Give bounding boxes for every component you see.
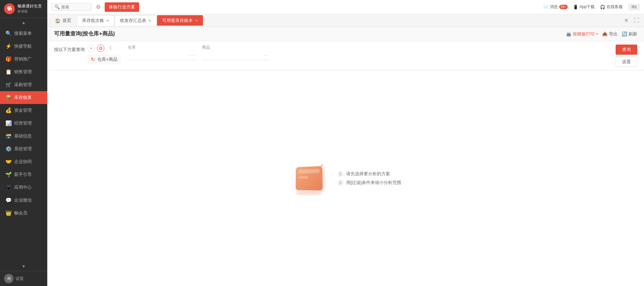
settings-button[interactable]: 设置	[616, 57, 637, 67]
sidebar-item-operations[interactable]: 📊经营管理	[0, 117, 47, 130]
export-button[interactable]: 📤 导出	[602, 31, 618, 37]
sidebar-subtitle: 标准版	[18, 9, 42, 14]
collapse-scheme-button[interactable]: 《	[106, 45, 112, 52]
scheme-item-warehouse-goods[interactable]: ↻ 仓库+商品	[87, 55, 121, 64]
tab-batch-account-close[interactable]: ✕	[106, 19, 109, 23]
trial-button[interactable]: 体验行业方案	[105, 2, 139, 12]
sidebar-label-enterprise: 企业协同	[14, 159, 32, 165]
sidebar-item-basic-info[interactable]: 🗃️基础信息	[0, 130, 47, 142]
tab-receipt-summary[interactable]: 收发存汇总表 ✕	[115, 15, 156, 26]
goods-input[interactable]	[202, 53, 263, 58]
print-icon: 🖨️	[566, 31, 571, 36]
tab-home[interactable]: 🏠 首页	[50, 15, 76, 26]
tip-number-2: 2	[337, 180, 343, 186]
sidebar-item-purchase-mgmt[interactable]: 🛒采购管理	[0, 78, 47, 91]
tab-home-label: 首页	[62, 18, 71, 24]
sidebar-label-system-mgmt: 系统管理	[14, 146, 32, 152]
sidebar-brand: 畅康通好生意 标准版	[18, 4, 42, 14]
tab-available-ledger-close[interactable]: ✕	[195, 19, 198, 23]
sidebar-title: 畅康通好生意	[18, 4, 42, 9]
chevron-down-icon: ▾	[596, 32, 598, 36]
topbar-right: ✉️ 消息 99+ 📱 App下载 🎧 在线客服 Rit	[543, 4, 640, 10]
warehouse-filter: 仓库 ···	[128, 45, 195, 60]
search-input[interactable]	[61, 5, 88, 9]
sidebar-icon-app-center: 📱	[5, 184, 11, 190]
sidebar-item-system-mgmt[interactable]: ⚙️系统管理	[0, 142, 47, 155]
empty-state: ✦ 1 请先选择要分析的方案 2 用[过滤]条件来缩小分析范围	[47, 71, 644, 286]
sidebar-item-enterprise[interactable]: 🤝企业协同	[0, 155, 47, 168]
page-header: 可用量查询(按仓库+商品) 🖨️ 按模板打印 ▾ 📤 导出 🔄 刷新	[47, 27, 644, 41]
action-buttons: 查询 设置	[612, 45, 637, 67]
tab-maximize-button[interactable]: ⛶	[632, 16, 641, 25]
tab-close-button[interactable]: ✕	[622, 16, 630, 25]
app-download-label: App下载	[579, 4, 595, 10]
empty-box-graphic	[295, 166, 323, 190]
sidebar-item-inventory[interactable]: 📦库存核算	[0, 91, 47, 104]
print-button[interactable]: 🖨️ 按模板打印 ▾	[566, 31, 598, 37]
add-scheme-button[interactable]: ＋	[87, 45, 95, 52]
sidebar-logo: 畅	[4, 3, 15, 14]
sidebar-label-sales-mgmt: 销售管理	[14, 69, 32, 75]
scheme-icon: ↻	[91, 56, 95, 62]
print-label: 按模板打印	[573, 31, 595, 37]
tabs-bar: 🏠 首页 库存批次账 ✕ 收发存汇总表 ✕ 可用量库存账本 ✕ ✕ ⛶	[47, 14, 644, 27]
headset-icon: 🎧	[600, 5, 605, 9]
sidebar-item-finance[interactable]: 💰资金管理	[0, 104, 47, 117]
sidebar-item-enterprise-wechat[interactable]: 💬企业微信	[0, 194, 47, 207]
tab-receipt-summary-close[interactable]: ✕	[148, 19, 151, 23]
filters-row: 仓库 ··· 商品 ···	[121, 45, 612, 60]
filter-schemes-header: ＋ ⚙ 《	[87, 45, 121, 52]
refresh-label: 刷新	[628, 31, 637, 37]
query-button[interactable]: 查询	[616, 45, 637, 55]
filter-schemes: ＋ ⚙ 《 ↻ 仓库+商品	[87, 45, 121, 64]
filter-bar: 按以下方案查询 ＋ ⚙ 《 ↻ 仓库+商品 仓库 ···	[47, 41, 644, 71]
tab-available-ledger[interactable]: 可用量库存账本 ✕	[157, 15, 203, 26]
sidebar-item-onboarding[interactable]: 🌱新手引导	[0, 168, 47, 181]
refresh-button[interactable]: 🔄 刷新	[622, 31, 637, 37]
tab-receipt-summary-label: 收发存汇总表	[120, 18, 146, 24]
sidebar-icon-operations: 📊	[5, 120, 11, 126]
empty-tip-1: 1 请先选择要分析的方案	[337, 171, 401, 177]
message-item[interactable]: ✉️ 消息 99+	[543, 4, 568, 10]
warehouse-label: 仓库	[128, 45, 195, 50]
sidebar-item-marketing-promo[interactable]: 🎁营销推广	[0, 53, 47, 66]
sidebar-item-search[interactable]: 🔍搜索菜单	[0, 27, 47, 40]
sidebar-user[interactable]: 用 设置	[0, 271, 47, 286]
sidebar-label-finance: 资金管理	[14, 107, 32, 113]
sidebar-scroll-down[interactable]: ▼	[0, 262, 47, 271]
warehouse-input[interactable]	[128, 53, 188, 58]
warehouse-more-icon[interactable]: ···	[189, 52, 195, 58]
user-button[interactable]: Rit	[628, 4, 640, 10]
tip-number-1: 1	[337, 171, 343, 177]
topbar: 🔍 ⚙ 体验行业方案 ✉️ 消息 99+ 📱 App下载 🎧 在线客服 Rit	[47, 0, 644, 14]
filter-label: 按以下方案查询	[54, 45, 85, 53]
sidebar-header: 畅 畅康通好生意 标准版	[0, 0, 47, 18]
goods-label: 商品	[202, 45, 269, 50]
sidebar-label-basic-info: 基础信息	[14, 133, 32, 139]
tab-available-ledger-label: 可用量库存账本	[162, 18, 193, 24]
topbar-search-box[interactable]: 🔍	[51, 3, 92, 11]
sidebar-item-sales-mgmt[interactable]: 📋销售管理	[0, 66, 47, 78]
sidebar-icon-system-mgmt: ⚙️	[5, 146, 11, 152]
sidebar-item-app-center[interactable]: 📱应用中心	[0, 181, 47, 194]
sidebar-nav: 🔍搜索菜单⚡快捷导航🎁营销推广📋销售管理🛒采购管理📦库存核算💰资金管理📊经营管理…	[0, 27, 47, 262]
sidebar-icon-vip: 👑	[5, 210, 11, 216]
gear-icon[interactable]: ⚙	[95, 2, 102, 11]
sidebar-label-purchase-mgmt: 采购管理	[14, 82, 32, 88]
page-title: 可用量查询(按仓库+商品)	[54, 30, 115, 37]
sidebar-scroll-up[interactable]: ▲	[0, 18, 47, 27]
edit-scheme-button[interactable]: ⚙	[97, 45, 104, 52]
sidebar-label-app-center: 应用中心	[14, 184, 32, 190]
sidebar-icon-inventory: 📦	[5, 95, 11, 101]
online-service-item[interactable]: 🎧 在线客服	[600, 4, 623, 10]
sidebar-item-shortcut[interactable]: ⚡快捷导航	[0, 40, 47, 53]
sidebar-icon-onboarding: 🌱	[5, 172, 11, 178]
sidebar-item-vip[interactable]: 👑畅会员	[0, 207, 47, 219]
tab-batch-account[interactable]: 库存批次账 ✕	[77, 15, 114, 26]
sidebar-icon-shortcut: ⚡	[5, 43, 11, 49]
warehouse-input-wrapper: ···	[128, 51, 195, 60]
app-download-item[interactable]: 📱 App下载	[573, 4, 595, 10]
home-icon: 🏠	[55, 18, 60, 23]
goods-more-icon[interactable]: ···	[264, 52, 269, 58]
main-area: 🔍 ⚙ 体验行业方案 ✉️ 消息 99+ 📱 App下载 🎧 在线客服 Rit	[47, 0, 644, 286]
